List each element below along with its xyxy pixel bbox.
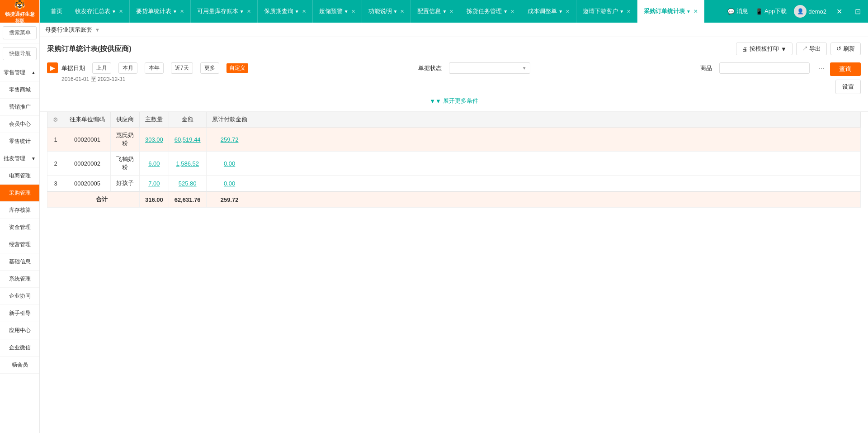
settings-button[interactable]: 设置 [835, 80, 861, 94]
th-code: 往来单位编码 [64, 112, 111, 128]
tab-picking-task[interactable]: 拣货任务管理 ▼ ✕ [460, 0, 521, 23]
sidebar-item-retail-mgmt[interactable]: 零售管理 ▲ [0, 64, 39, 81]
query-button[interactable]: 查询 [830, 62, 861, 76]
tab-close-icon[interactable]: ✕ [400, 9, 404, 14]
chevron-icon: ▲ [31, 70, 36, 75]
search-menu-button[interactable]: 搜索菜单 [3, 26, 37, 39]
this-month-btn[interactable]: 本月 [118, 62, 137, 74]
sidebar-item-ecommerce[interactable]: 电商管理 [0, 167, 39, 185]
app-logo: 🐯 畅捷通好生意 标版 [0, 0, 39, 23]
tab-close-icon[interactable]: ✕ [247, 9, 251, 14]
sidebar-item-inventory[interactable]: 库存核算 [0, 202, 39, 219]
chevron-down-icon: ▼ [781, 46, 787, 52]
app-download-button[interactable]: 📱 App下载 [755, 7, 787, 15]
row-extra [253, 152, 860, 176]
tab-cost-adjust[interactable]: 成本调整单 ▼ ✕ [521, 0, 576, 23]
tab-invite-downstream[interactable]: 邀请下游客户 ▼ ✕ [576, 0, 637, 23]
sidebar-item-retail-shop[interactable]: 零售商城 [0, 81, 39, 99]
sidebar-item-vip[interactable]: 畅会员 [0, 357, 39, 374]
sidebar-item-system-mgmt[interactable]: 系统管理 [0, 271, 39, 288]
tab-expiry-query[interactable]: 保质期查询 ▼ ✕ [258, 0, 313, 23]
sidebar-item-finance[interactable]: 资金管理 [0, 219, 39, 236]
tab-home[interactable]: 首页 [44, 0, 69, 23]
sidebar-item-member-center[interactable]: 会员中心 [0, 116, 39, 133]
qty-link[interactable]: 7.00 [148, 180, 160, 187]
table-footer-row: 合计 316.00 62,631.76 259.72 [47, 191, 861, 208]
tab-func-desc[interactable]: 功能说明 ▼ ✕ [362, 0, 411, 23]
tab-available-stock[interactable]: 可用量库存账本 ▼ ✕ [191, 0, 258, 23]
template-print-button[interactable]: 🖨 按模板打印 ▼ [736, 43, 793, 55]
tab-goods-stats[interactable]: 要货单统计表 ▼ ✕ [130, 0, 191, 23]
tab-close-icon[interactable]: ✕ [566, 9, 570, 14]
tab-purchase-order-stats[interactable]: 采购订单统计表 ▼ ✕ [637, 0, 704, 23]
last-7days-btn[interactable]: 近7天 [171, 62, 193, 74]
expand-conditions-btn[interactable]: ▼▼ 展开更多条件 [429, 97, 478, 105]
sidebar-item-enterprise-collab[interactable]: 企业协同 [0, 288, 39, 305]
table-header-row: ⚙ 往来单位编码 供应商 主数量 金额 累计付款金额 [47, 112, 861, 128]
user-avatar[interactable]: 👤 demo2 [794, 5, 826, 18]
goods-input[interactable] [719, 62, 810, 74]
refresh-button[interactable]: ↺ 刷新 [830, 43, 861, 55]
tab-arrow-icon: ▼ [686, 9, 691, 14]
tab-close-icon[interactable]: ✕ [510, 9, 514, 14]
quick-nav-button[interactable]: 快捷导航 [3, 47, 37, 60]
paid-link[interactable]: 259.72 [221, 136, 239, 143]
logo-text: 畅捷通好生意 [5, 11, 35, 18]
sidebar-item-app-center[interactable]: 应用中心 [0, 322, 39, 339]
tab-collect-summary[interactable]: 收发存汇总表 ▼ ✕ [69, 0, 130, 23]
paid-link[interactable]: 0.00 [224, 180, 235, 187]
row-amount: 1,586.52 [169, 152, 206, 176]
sidebar-item-batch-mgmt[interactable]: 批发管理 ▼ [0, 150, 39, 167]
th-amount: 金额 [169, 112, 206, 128]
print-icon: 🖨 [742, 46, 748, 52]
logo-icon: 🐯 [14, 0, 25, 10]
filter-actions: 查询 设置 [830, 62, 861, 94]
page-title: 采购订单统计表(按供应商) [47, 44, 132, 54]
export-icon: ↗ [802, 45, 808, 52]
tab-config-info[interactable]: 配置信息 ▼ ✕ [411, 0, 460, 23]
qty-link[interactable]: 303.00 [145, 136, 163, 143]
row-paid: 0.00 [206, 152, 253, 176]
amount-link[interactable]: 1,586.52 [176, 160, 199, 167]
tab-close-icon[interactable]: ✕ [693, 9, 698, 14]
tab-overstock[interactable]: 超储预警 ▼ ✕ [313, 0, 362, 23]
tab-arrow-icon: ▼ [558, 9, 563, 14]
window-maximize-icon[interactable]: ⊡ [852, 7, 863, 16]
tab-close-icon[interactable]: ✕ [180, 9, 184, 14]
tab-close-icon[interactable]: ✕ [449, 9, 453, 14]
sidebar-item-retail-stats[interactable]: 零售统计 [0, 133, 39, 150]
sidebar-item-enterprise-wechat[interactable]: 企业微信 [0, 339, 39, 357]
custom-date-badge: 自定义 [226, 63, 248, 73]
status-select[interactable] [449, 62, 530, 74]
goods-more-btn[interactable]: ··· [817, 64, 826, 72]
this-year-btn[interactable]: 本年 [145, 62, 164, 74]
window-close-icon[interactable]: ✕ [834, 7, 845, 16]
amount-link[interactable]: 525.80 [179, 180, 197, 187]
export-button[interactable]: ↗ 导出 [796, 43, 827, 55]
page-actions: 🖨 按模板打印 ▼ ↗ 导出 ↺ 刷新 [736, 43, 861, 55]
last-month-btn[interactable]: 上月 [92, 62, 111, 74]
filter-area: ▶ 单据日期 上月 本月 本年 近7天 更多 自定义 单据状态 [40, 59, 868, 112]
topbar-right: 💬 消息 📱 App下载 👤 demo2 ✕ ⊡ [727, 5, 863, 18]
sidebar-item-operations[interactable]: 经营管理 [0, 236, 39, 253]
sidebar-item-marketing[interactable]: 营销推广 [0, 99, 39, 116]
th-settings: ⚙ [47, 112, 64, 128]
qty-link[interactable]: 6.00 [148, 160, 160, 167]
sidebar-item-basic-info[interactable]: 基础信息 [0, 253, 39, 271]
tab-close-icon[interactable]: ✕ [351, 9, 355, 14]
message-button[interactable]: 💬 消息 [727, 7, 748, 15]
tab-close-icon[interactable]: ✕ [627, 9, 631, 14]
more-date-btn[interactable]: 更多 [200, 62, 219, 74]
account-dropdown-icon[interactable]: ▼ [95, 27, 100, 33]
tab-close-icon[interactable]: ✕ [119, 9, 123, 14]
tab-close-icon[interactable]: ✕ [302, 9, 306, 14]
paid-link[interactable]: 0.00 [224, 160, 235, 167]
column-settings-icon[interactable]: ⚙ [53, 116, 58, 123]
amount-link[interactable]: 60,519.44 [175, 136, 201, 143]
filter-toggle-button[interactable]: ▶ [47, 62, 58, 73]
row-qty: 303.00 [140, 128, 169, 152]
expand-row: ▼▼ 展开更多条件 [47, 94, 861, 108]
sidebar-item-purchase-mgmt[interactable]: 采购管理 [0, 185, 39, 202]
sidebar-item-newcomer[interactable]: 新手引导 [0, 305, 39, 322]
row-amount: 525.80 [169, 176, 206, 192]
